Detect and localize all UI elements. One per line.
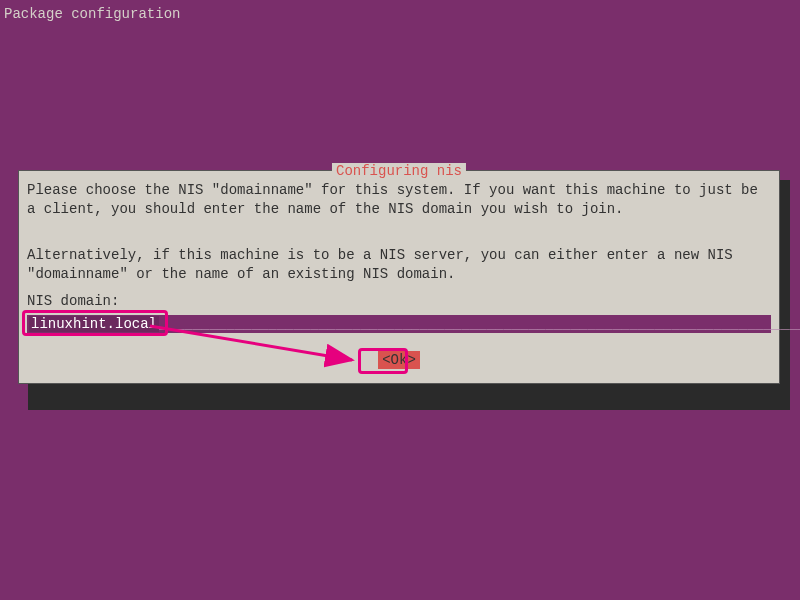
ok-button[interactable]: <Ok>: [378, 351, 420, 369]
dialog-paragraph-2: Alternatively, if this machine is to be …: [27, 246, 771, 284]
ok-button-container: <Ok>: [27, 351, 771, 369]
dialog-title: Configuring nis: [332, 163, 466, 179]
dialog-paragraph-1: Please choose the NIS "domainname" for t…: [27, 181, 771, 219]
nis-domain-input[interactable]: linuxhint.local_________________________…: [27, 315, 771, 333]
nis-domain-value: linuxhint.local: [29, 316, 159, 332]
input-fill: ________________________________________…: [159, 316, 800, 332]
config-dialog: Configuring nis Please choose the NIS "d…: [18, 170, 780, 384]
page-header: Package configuration: [0, 0, 800, 28]
header-title: Package configuration: [4, 6, 180, 22]
nis-domain-label: NIS domain:: [27, 293, 771, 309]
dialog-blank-line: [27, 223, 771, 242]
